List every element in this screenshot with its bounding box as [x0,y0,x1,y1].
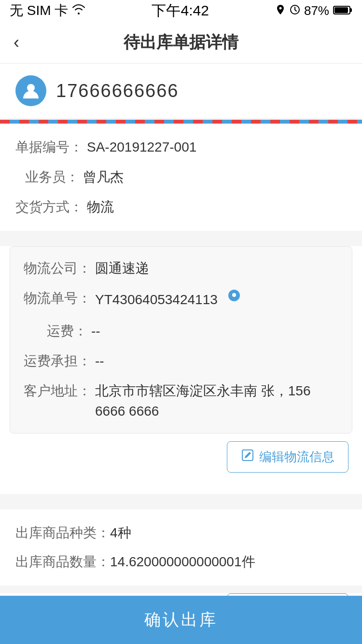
staff-value: 曾凡杰 [83,167,347,187]
edit-logistics-label: 编辑物流信息 [259,448,334,465]
logistics-inner: 物流公司： 圆通速递 物流单号： YT43064053424113 [10,246,352,434]
products-quantity-row: 出库商品数量： 14.620000000000001件 [15,552,347,572]
logistics-freight-bear-label: 运费承担： [24,351,95,371]
confirm-outbound-label: 确认出库 [144,609,218,631]
svg-rect-3 [334,7,348,13]
carrier-label: 无 SIM 卡 [10,1,68,20]
avatar [15,75,46,106]
delivery-row: 交货方式： 物流 [15,197,347,217]
location-icon [275,3,286,18]
logistics-tracking-value: YT43064053424113 [95,288,338,311]
status-bar: 无 SIM 卡 下午4:42 87% [0,0,362,21]
staff-row: 业务员： 曾凡杰 [15,167,347,187]
logistics-company-label: 物流公司： [24,258,95,279]
products-type-row: 出库商品种类： 4种 [15,523,347,543]
logistics-freight-row: 运费： -- [24,321,338,341]
clock-icon [290,3,300,18]
battery-label: 87% [304,3,329,18]
page-title: 待出库单据详情 [124,31,238,54]
order-id-label: 单据编号： [15,137,87,157]
edit-logistics-button[interactable]: 编辑物流信息 [227,441,348,473]
logistics-tracking-label: 物流单号： [24,288,95,308]
confirm-outbound-button[interactable]: 确认出库 [0,596,362,644]
order-id-value: SA-20191227-001 [87,137,347,157]
logistics-tracking-row: 物流单号： YT43064053424113 [24,288,338,311]
edit-btn-wrap: 编辑物流信息 [0,434,362,484]
staff-label: 业务员： [15,167,83,187]
products-quantity-value: 14.620000000000001件 [110,552,255,572]
customer-phone: 17666666666 [56,81,179,101]
svg-point-7 [232,293,236,297]
edit-icon [241,448,254,465]
products-section: 出库商品种类： 4种 出库商品数量： 14.620000000000001件 [0,509,362,586]
section-divider [0,502,362,509]
order-info-section: 单据编号： SA-20191227-001 业务员： 曾凡杰 交货方式： 物流 [0,124,362,231]
logistics-address-value: 北京市市辖区海淀区永丰南 张，156 6666 6666 [95,381,338,421]
customer-section: 17666666666 [0,64,362,118]
logistics-freight-value: -- [91,321,338,341]
status-left: 无 SIM 卡 [10,1,85,20]
logistics-company-row: 物流公司： 圆通速递 [24,258,338,279]
logistics-address-label: 客户地址： [24,381,95,401]
svg-point-4 [27,84,35,92]
order-id-row: 单据编号： SA-20191227-001 [15,137,347,157]
logistics-company-value: 圆通速递 [95,258,338,279]
delivery-label: 交货方式： [15,197,87,217]
logistics-freight-bear-row: 运费承担： -- [24,351,338,371]
wifi-icon [72,4,85,17]
products-type-label: 出库商品种类： [15,523,110,543]
status-time: 下午4:42 [152,1,209,21]
content-area: 17666666666 单据编号： SA-20191227-001 业务员： 曾… [0,64,362,644]
logistics-freight-label: 运费： [24,321,91,341]
logistics-address-row: 客户地址： 北京市市辖区海淀区永丰南 张，156 6666 6666 [24,381,338,421]
dashed-divider [0,120,362,124]
products-quantity-label: 出库商品数量： [15,552,110,572]
battery-icon [333,3,352,18]
nav-bar: ‹ 待出库单据详情 [0,21,362,64]
logistics-freight-bear-value: -- [95,351,338,371]
svg-rect-2 [350,8,352,12]
status-right: 87% [275,3,352,18]
back-button[interactable]: ‹ [14,32,19,53]
products-type-value: 4种 [110,523,131,543]
logistics-card: 物流公司： 圆通速递 物流单号： YT43064053424113 [0,238,362,494]
map-pin-icon[interactable] [225,288,243,311]
delivery-value: 物流 [87,197,347,217]
